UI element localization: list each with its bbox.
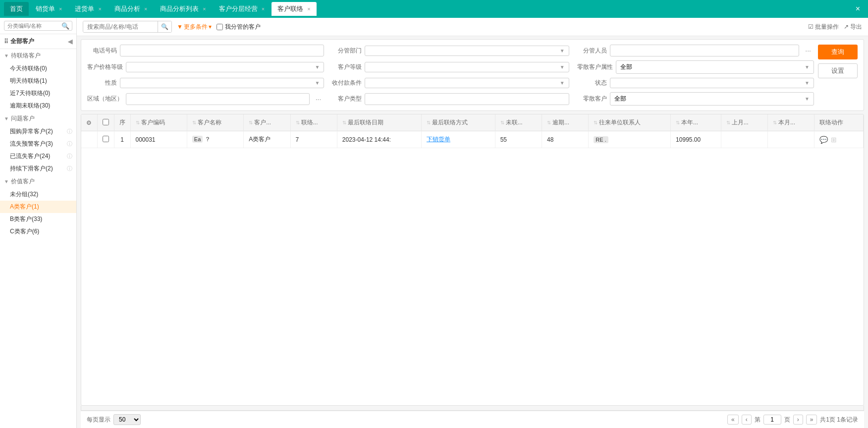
main-search-input[interactable]	[83, 21, 158, 32]
nav-tab-goods-list[interactable]: 商品分析列表×	[154, 2, 212, 16]
sidebar-item-1-3[interactable]: 持续下滑客户(2)ⓘ	[0, 162, 76, 175]
nav-tab-sales[interactable]: 销货单×	[30, 2, 68, 16]
sidebar-item-2-1[interactable]: A类客户(1)	[0, 201, 76, 213]
batch-operation-button[interactable]: ☑ 批量操作	[808, 23, 839, 31]
payment-select[interactable]: ▼	[365, 78, 569, 88]
filter-cell-price-level: 客户价格等级 ▼	[87, 62, 324, 72]
my-customers-checkbox[interactable]: 我分管的客户	[217, 23, 261, 31]
sidebar-item-label: 明天待联络(1)	[10, 77, 47, 85]
sidebar-section-title-2[interactable]: ▼价值客户	[0, 175, 76, 188]
nature-label: 性质	[87, 79, 117, 87]
sidebar-item-2-3[interactable]: C类客户(6)	[0, 225, 76, 238]
settings-button[interactable]: 设置	[818, 63, 858, 78]
filter-row-1: 电话号码 分管部门 ▼ 分管人员	[87, 45, 814, 56]
nav-tab-customer-tier[interactable]: 客户分层经营×	[213, 2, 271, 16]
close-tab-customer-tier-icon[interactable]: ×	[262, 6, 265, 12]
nav-tab-home[interactable]: 首页	[4, 2, 29, 16]
price-level-select[interactable]: ▼	[126, 62, 324, 72]
sidebar-item-1-0[interactable]: 囤购异常客户(2)ⓘ	[0, 125, 76, 138]
section-arrow-2: ▼	[4, 179, 9, 184]
nav-tab-goods-analysis[interactable]: 商品分析×	[108, 2, 153, 16]
page-size-select[interactable]: 50 100 200	[113, 414, 141, 425]
retail-label: 零散客户	[577, 95, 607, 103]
sidebar-section-title-0[interactable]: ▼待联络客户	[0, 49, 76, 62]
close-all-button[interactable]: ×	[852, 2, 864, 15]
grid-icon: ⠿	[4, 38, 8, 45]
last-method-link-0[interactable]: 下销货单	[427, 136, 450, 143]
sidebar-item-0-1[interactable]: 明天待联络(1)	[0, 75, 76, 87]
region-label: 区域（地区）	[87, 95, 123, 103]
page-number-input[interactable]	[763, 415, 781, 425]
sidebar-item-0-0[interactable]: 今天待联络(0)	[0, 62, 76, 75]
status-select[interactable]: ▼	[610, 78, 814, 88]
sidebar-item-1-2[interactable]: 已流失客户(24)ⓘ	[0, 150, 76, 162]
th-this-year: ⇅本年...	[671, 114, 721, 131]
sidebar-all-customers[interactable]: ⠿ 全部客户 ◀	[0, 34, 76, 49]
status-label: 状态	[577, 79, 607, 87]
close-tab-goods-list-icon[interactable]: ×	[203, 6, 206, 12]
type-input[interactable]	[365, 93, 569, 105]
retail-select[interactable]: 全部 ▼	[610, 92, 814, 106]
grid-icon-0[interactable]: ⊞	[831, 136, 837, 144]
pagination-right: « ‹ 第 页 › » 共1页 1条记录	[727, 415, 858, 425]
sidebar-item-2-2[interactable]: B类客户(33)	[0, 213, 76, 225]
first-page-button[interactable]: «	[727, 415, 739, 425]
dept-select[interactable]: ▼	[365, 46, 569, 56]
sidebar-collapse-icon[interactable]: ◀	[68, 38, 72, 45]
sidebar-item-label: 囤购异常客户(2)	[10, 127, 53, 136]
sidebar-item-0-3[interactable]: 逾期未联络(30)	[0, 100, 76, 112]
region-more-button[interactable]: ···	[313, 95, 325, 103]
next-page-button[interactable]: ›	[793, 415, 803, 425]
last-page-button[interactable]: »	[806, 415, 817, 425]
gear-icon[interactable]: ⚙	[86, 119, 92, 126]
sidebar-item-2-0[interactable]: 未分组(32)	[0, 188, 76, 201]
th-this-month: ⇅本月...	[768, 114, 814, 131]
retail-attr-select[interactable]: 全部 ▼	[616, 60, 814, 74]
more-conditions-button[interactable]: ▼ 更多条件 ▾	[177, 23, 212, 31]
row-action-0: 💬⊞	[814, 131, 864, 148]
th-last-month: ⇅上月...	[721, 114, 767, 131]
main-search-button[interactable]: 🔍	[158, 21, 171, 32]
filter-cell-customer-level: 客户等级 ▼	[332, 62, 569, 72]
th-gear: ⚙	[81, 114, 97, 131]
query-button[interactable]: 查询	[818, 45, 858, 59]
total-label: 共1页 1条记录	[820, 416, 858, 424]
region-input[interactable]	[126, 93, 310, 105]
manager-more-button[interactable]: ···	[802, 47, 814, 54]
sidebar-item-1-1[interactable]: 流失预警客户(3)ⓘ	[0, 138, 76, 150]
export-icon: ↗	[844, 23, 849, 30]
th-overdue: ⇅逾期...	[542, 114, 589, 131]
close-tab-goods-analysis-icon[interactable]: ×	[144, 6, 147, 12]
th-name: ⇅客户名称	[187, 114, 243, 131]
th-index: 序	[114, 114, 130, 131]
table-header-row: ⚙ 序 ⇅客户编码 ⇅客户名称 ⇅客户... ⇅联络... ⇅最后联络日期 ⇅最…	[81, 114, 864, 131]
info-icon: ⓘ	[67, 165, 72, 172]
select-all-checkbox[interactable]	[103, 119, 109, 125]
sidebar-search-icon[interactable]: 🔍	[61, 22, 69, 30]
row-check-0[interactable]	[103, 136, 109, 142]
nav-tab-customer-contact[interactable]: 客户联络×	[271, 2, 316, 16]
customer-level-select[interactable]: ▼	[365, 62, 569, 72]
chat-icon-0[interactable]: 💬	[819, 136, 828, 144]
export-button[interactable]: ↗ 导出	[844, 23, 862, 31]
page-suffix: 页	[784, 416, 790, 424]
manager-input[interactable]	[610, 45, 800, 56]
close-tab-customer-contact-icon[interactable]: ×	[307, 6, 310, 12]
row-level-0: A类客户	[244, 131, 290, 148]
main-layout: 🔍 ⠿ 全部客户 ◀ ▼待联络客户今天待联络(0)明天待联络(1)近7天待联络(…	[0, 18, 868, 428]
nature-select[interactable]: ▼	[120, 78, 324, 88]
nav-tab-purchase[interactable]: 进货单×	[69, 2, 107, 16]
phone-input[interactable]	[120, 45, 324, 56]
advanced-filter-panel: 电话号码 分管部门 ▼ 分管人员	[81, 39, 864, 111]
prev-page-button[interactable]: ‹	[742, 415, 752, 425]
close-tab-sales-icon[interactable]: ×	[59, 6, 62, 12]
sidebar-item-label: B类客户(33)	[10, 215, 42, 223]
close-tab-purchase-icon[interactable]: ×	[98, 6, 101, 12]
sidebar-section-title-1[interactable]: ▼问题客户	[0, 112, 76, 125]
horizontal-scrollbar[interactable]	[81, 406, 864, 411]
my-customers-check[interactable]	[217, 24, 223, 30]
more-conditions-arrow: ▾	[209, 23, 212, 30]
filter-fields: 电话号码 分管部门 ▼ 分管人员	[87, 45, 814, 106]
row-uncontact-0: 55	[495, 131, 542, 148]
sidebar-item-0-2[interactable]: 近7天待联络(0)	[0, 87, 76, 100]
